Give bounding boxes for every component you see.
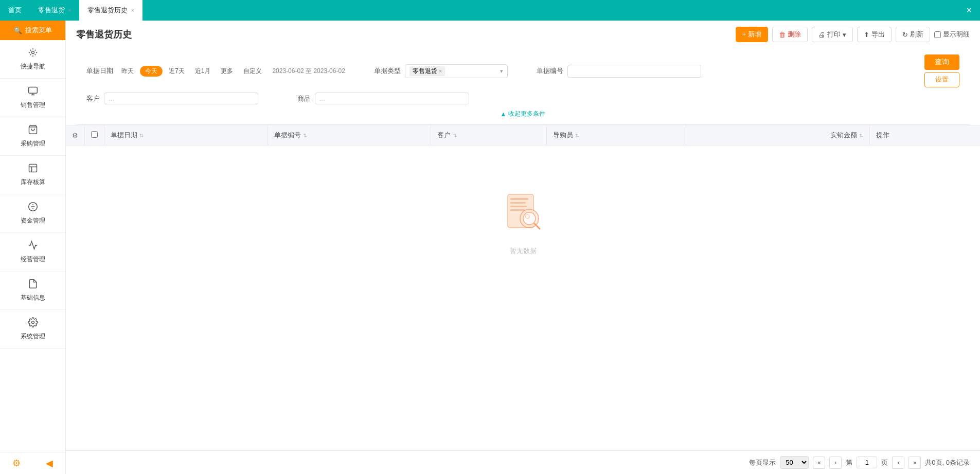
window-close-btn[interactable]: × xyxy=(958,5,980,16)
customer-filter-group: 客户 ... xyxy=(86,93,258,104)
empty-illustration xyxy=(497,187,549,238)
goods-filter-input[interactable]: ... xyxy=(315,93,469,104)
page-input[interactable] xyxy=(857,457,877,468)
sidebar-item-basic-info-label: 基础信息 xyxy=(21,294,45,302)
th-customer-label: 客户 xyxy=(437,131,451,140)
date-filter-group: 单据日期 昨天 今天 近7天 近1月 更多 自定义 2023-06-02 至 2… xyxy=(86,66,345,77)
th-customer[interactable]: 客户 ⇅ xyxy=(431,125,547,145)
type-filter-label: 单据类型 xyxy=(374,66,401,76)
quick-nav-icon xyxy=(28,47,38,60)
type-filter-select[interactable]: 零售退货 × ▾ xyxy=(405,64,508,78)
main-table: ⚙ 单据日期 ⇅ 单据编号 xyxy=(66,125,980,145)
collapse-btn[interactable]: ▲ 收起更多条件 xyxy=(501,110,546,118)
th-date[interactable]: 单据日期 ⇅ xyxy=(104,125,268,145)
customer-sort-icon: ⇅ xyxy=(453,133,457,138)
th-settings[interactable]: ⚙ xyxy=(66,125,85,145)
delete-label: 删除 xyxy=(788,30,801,39)
main-layout: 🔍 搜索菜单 快捷导航 销售管理 xyxy=(0,21,980,474)
export-icon: ⬆ xyxy=(864,31,869,39)
sidebar-item-operations[interactable]: 经营管理 xyxy=(0,233,65,271)
customer-filter-input[interactable]: ... xyxy=(104,93,258,104)
settings-icon[interactable]: ⚙ xyxy=(72,132,78,139)
print-btn[interactable]: 🖨 打印 ▾ xyxy=(812,27,853,42)
display-toggle[interactable]: 显示明细 xyxy=(934,30,970,39)
sidebar-item-inventory[interactable]: 库存核算 xyxy=(0,156,65,194)
toolbar: + 新增 🗑 删除 🖨 打印 ▾ ⬆ 导出 ↻ xyxy=(736,27,970,42)
th-actions-label: 操作 xyxy=(876,131,889,139)
next-page-btn[interactable]: › xyxy=(892,457,904,469)
sidebar-item-quick-nav-label: 快捷导航 xyxy=(21,62,45,71)
display-label: 显示明细 xyxy=(943,30,970,39)
sales-icon xyxy=(28,86,38,99)
last-page-btn[interactable]: » xyxy=(908,457,921,469)
type-tag: 零售退货 × xyxy=(409,66,445,76)
th-guide-label: 导购员 xyxy=(553,131,573,140)
export-btn[interactable]: ⬆ 导出 xyxy=(857,27,892,42)
sidebar-item-basic-info[interactable]: 基础信息 xyxy=(0,271,65,310)
page-header: 零售退货历史 + 新增 🗑 删除 🖨 打印 ▾ ⬆ 导出 xyxy=(66,21,980,125)
empty-text: 暂无数据 xyxy=(510,246,537,256)
tab-retail-return-close[interactable]: × xyxy=(68,7,71,13)
tab-retail-return-history-close[interactable]: × xyxy=(131,7,134,13)
date-btn-1month[interactable]: 近1月 xyxy=(191,66,215,77)
number-filter-group: 单据编号 xyxy=(537,65,701,78)
svg-point-5 xyxy=(31,321,34,324)
sidebar-settings-btn[interactable]: ⚙ xyxy=(12,458,21,469)
sidebar-item-purchase[interactable]: 采购管理 xyxy=(0,117,65,156)
th-amount[interactable]: 实销金额 ⇅ xyxy=(686,125,870,145)
sidebar-search[interactable]: 🔍 搜索菜单 xyxy=(0,21,65,40)
date-range-display: 2023-06-02 至 2023-06-02 xyxy=(272,67,345,76)
display-checkbox[interactable] xyxy=(934,31,941,38)
goods-filter-group: 商品 ... xyxy=(297,93,469,104)
sidebar-item-sales[interactable]: 销售管理 xyxy=(0,79,65,117)
tab-home[interactable]: 首页 xyxy=(0,0,30,21)
content-area: 零售退货历史 + 新增 🗑 删除 🖨 打印 ▾ ⬆ 导出 xyxy=(66,21,980,474)
th-number[interactable]: 单据编号 ⇅ xyxy=(268,125,431,145)
sidebar-item-finance-label: 资金管理 xyxy=(21,216,45,225)
page-title-row: 零售退货历史 + 新增 🗑 删除 🖨 打印 ▾ ⬆ 导出 xyxy=(76,27,970,42)
th-guide[interactable]: 导购员 ⇅ xyxy=(547,125,686,145)
date-btn-yesterday[interactable]: 昨天 xyxy=(117,66,138,77)
date-shortcuts: 昨天 今天 近7天 近1月 更多 自定义 xyxy=(117,66,266,77)
filter-settings-btn[interactable]: 设置 xyxy=(924,72,959,87)
number-filter-label: 单据编号 xyxy=(537,66,563,76)
date-btn-today[interactable]: 今天 xyxy=(140,66,163,77)
refresh-btn[interactable]: ↻ 刷新 xyxy=(896,27,930,42)
print-label: 打印 xyxy=(827,30,841,39)
inventory-icon xyxy=(28,163,38,176)
th-amount-label: 实销金额 xyxy=(830,131,857,140)
tab-retail-return-history[interactable]: 零售退货历史 × xyxy=(79,0,142,21)
page-size-select[interactable]: 50 100 200 xyxy=(780,456,809,469)
goods-placeholder: ... xyxy=(319,95,325,102)
sidebar-item-finance[interactable]: 资金管理 xyxy=(0,194,65,233)
svg-rect-8 xyxy=(510,202,526,204)
first-page-btn[interactable]: « xyxy=(813,457,825,469)
delete-btn[interactable]: 🗑 删除 xyxy=(772,27,808,42)
sidebar-item-inventory-label: 库存核算 xyxy=(21,178,45,187)
print-chevron: ▾ xyxy=(843,31,846,39)
th-checkbox[interactable] xyxy=(85,125,104,145)
select-all-checkbox[interactable] xyxy=(91,131,98,138)
sidebar-toggle-btn[interactable]: ◀ xyxy=(46,458,53,469)
sidebar-item-quick-nav[interactable]: 快捷导航 xyxy=(0,40,65,79)
sidebar-item-system[interactable]: 系统管理 xyxy=(0,310,65,349)
search-icon: 🔍 xyxy=(14,27,22,34)
date-btn-more[interactable]: 更多 xyxy=(217,66,237,77)
pagination-bar: 每页显示 50 100 200 « ‹ 第 页 › » 共0页, 0条记录 xyxy=(66,450,980,474)
top-nav: 首页 零售退货 × 零售退货历史 × × xyxy=(0,0,980,21)
sidebar-item-purchase-label: 采购管理 xyxy=(21,139,45,148)
type-tag-remove[interactable]: × xyxy=(439,68,442,74)
svg-point-0 xyxy=(31,51,34,54)
prev-page-btn[interactable]: ‹ xyxy=(829,457,842,469)
svg-rect-10 xyxy=(510,209,525,211)
refresh-icon: ↻ xyxy=(902,31,908,39)
tab-retail-return[interactable]: 零售退货 × xyxy=(30,0,79,21)
date-btn-custom[interactable]: 自定义 xyxy=(239,66,266,77)
customer-placeholder: ... xyxy=(109,95,114,102)
date-btn-7days[interactable]: 近7天 xyxy=(165,66,189,77)
query-btn[interactable]: 查询 xyxy=(924,54,959,70)
new-btn[interactable]: + 新增 xyxy=(736,27,768,42)
number-filter-input[interactable] xyxy=(567,65,701,78)
svg-rect-3 xyxy=(29,165,37,172)
operations-icon xyxy=(28,240,38,253)
